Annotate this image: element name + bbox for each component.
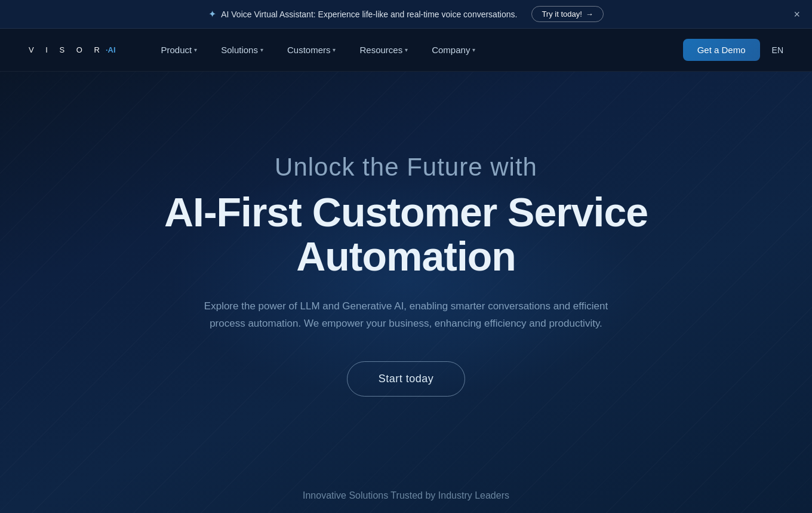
logo[interactable]: v i s o r·AI (29, 45, 116, 54)
logo-ai-badge: ·AI (106, 45, 116, 54)
sparkle-icon: ✦ (208, 8, 216, 20)
nav-customers-label: Customers (287, 45, 331, 55)
announcement-bar: ✦ AI Voice Virtual Assistant: Experience… (0, 0, 812, 29)
nav-item-customers[interactable]: Customers ▾ (278, 40, 346, 60)
chevron-down-icon: ▾ (260, 47, 263, 53)
close-announcement-button[interactable]: × (793, 9, 800, 20)
nav-item-resources[interactable]: Resources ▾ (350, 40, 417, 60)
close-icon: × (793, 8, 800, 20)
hero-subtitle: Unlock the Future with (161, 152, 651, 182)
nav-item-product[interactable]: Product ▾ (152, 40, 207, 60)
hero-content: Unlock the Future with AI-First Customer… (137, 152, 675, 397)
arrow-icon: → (586, 10, 593, 19)
nav-resources-label: Resources (359, 45, 402, 55)
nav-solutions-label: Solutions (221, 45, 258, 55)
start-today-button[interactable]: Start today (347, 361, 466, 397)
hero-title: AI-First Customer Service Automation (161, 190, 651, 279)
navbar: v i s o r·AI Product ▾ Solutions ▾ Custo… (0, 29, 812, 72)
chevron-down-icon: ▾ (333, 47, 336, 53)
logo-text: v i s o r (29, 45, 104, 54)
language-selector[interactable]: EN (772, 45, 783, 55)
get-demo-button[interactable]: Get a Demo (683, 39, 760, 61)
announcement-content: ✦ AI Voice Virtual Assistant: Experience… (208, 6, 604, 22)
announcement-text: AI Voice Virtual Assistant: Experience l… (221, 10, 517, 19)
nav-links: Product ▾ Solutions ▾ Customers ▾ Resour… (152, 40, 683, 60)
chevron-down-icon: ▾ (405, 47, 408, 53)
nav-company-label: Company (432, 45, 470, 55)
nav-right: Get a Demo EN (683, 39, 783, 61)
try-it-label: Try it today! (542, 10, 582, 19)
chevron-down-icon: ▾ (472, 47, 475, 53)
nav-item-company[interactable]: Company ▾ (422, 40, 485, 60)
nav-item-solutions[interactable]: Solutions ▾ (211, 40, 273, 60)
chevron-down-icon: ▾ (194, 47, 197, 53)
hero-section: Unlock the Future with AI-First Customer… (0, 72, 812, 513)
trusted-text: Innovative Solutions Trusted by Industry… (303, 490, 509, 501)
trusted-section: Innovative Solutions Trusted by Industry… (303, 490, 509, 501)
nav-product-label: Product (161, 45, 192, 55)
hero-description: Explore the power of LLM and Generative … (191, 298, 621, 333)
try-it-button[interactable]: Try it today! → (531, 6, 603, 22)
